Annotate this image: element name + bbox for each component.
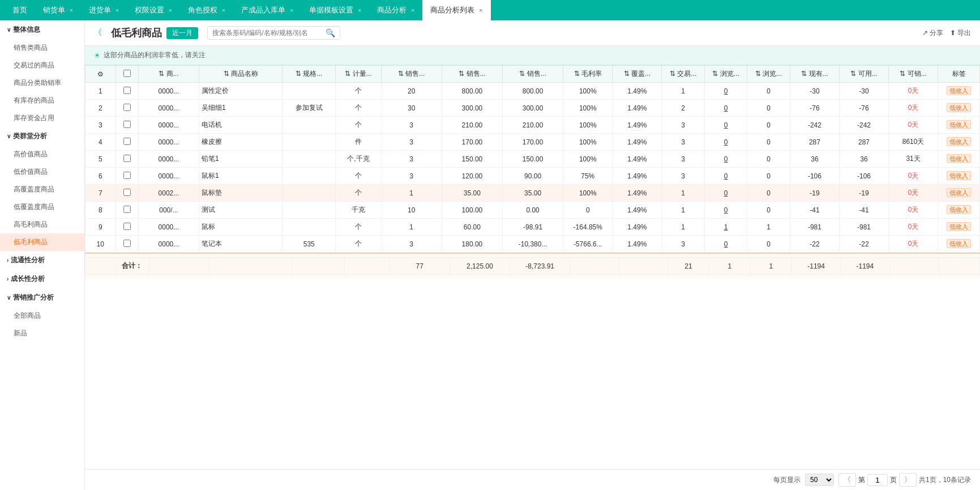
row-view1[interactable]: 0 (704, 202, 747, 219)
nav-sales[interactable]: 销货单 × (35, 0, 81, 20)
row-checkbox-cell[interactable] (115, 168, 138, 185)
nav-product-in[interactable]: 产成品入库单 × (233, 0, 301, 20)
row-checkbox[interactable] (123, 223, 131, 230)
row-checkbox[interactable] (123, 189, 131, 196)
row-view1[interactable]: 0 (704, 83, 747, 100)
search-input[interactable] (212, 29, 326, 37)
sidebar-item-all-goods[interactable]: 全部商品 (0, 307, 84, 325)
view1-link[interactable]: 1 (724, 223, 728, 231)
close-icon[interactable]: × (169, 7, 172, 14)
sidebar-item-low-value[interactable]: 低价值商品 (0, 163, 84, 181)
view1-link[interactable]: 0 (724, 189, 728, 197)
row-view1[interactable]: 0 (704, 117, 747, 134)
th-sale1[interactable]: ⇅ 销售... (381, 66, 442, 83)
sidebar-item-category-assist[interactable]: 商品分类助销率 (0, 74, 84, 92)
row-checkbox-cell[interactable] (115, 236, 138, 253)
view1-link[interactable]: 0 (724, 206, 728, 214)
row-view1[interactable]: 0 (704, 185, 747, 202)
nav-purchase[interactable]: 进货单 × (81, 0, 127, 20)
sidebar-item-stock-goods[interactable]: 有库存的商品 (0, 92, 84, 109)
sidebar-group-title-cluster[interactable]: ∨ 类群堂分析 (0, 127, 84, 146)
prev-page-button[interactable]: 〈 (838, 473, 856, 487)
th-sale3[interactable]: ⇅ 销售... (502, 66, 563, 83)
sidebar-group-title-liquidity[interactable]: › 流通性分析 (0, 251, 84, 270)
sidebar-group-title-marketing[interactable]: ∨ 营销推广分析 (0, 288, 84, 307)
row-view1[interactable]: 0 (704, 151, 747, 168)
row-checkbox-cell[interactable] (115, 219, 138, 236)
table-container[interactable]: ⚙ ⇅ 商... ⇅ 商品名称 ⇅ 规格... ⇅ 计量... ⇅ 销售... … (85, 65, 980, 469)
sidebar-item-new-goods[interactable]: 新品 (0, 325, 84, 342)
select-all-checkbox[interactable] (123, 70, 131, 77)
close-icon[interactable]: × (115, 7, 119, 14)
sidebar-item-high-coverage[interactable]: 高覆盖度商品 (0, 181, 84, 198)
row-checkbox[interactable] (123, 121, 131, 128)
th-txn[interactable]: ⇅ 交易... (662, 66, 705, 83)
sidebar-group-title-growth[interactable]: › 成长性分析 (0, 270, 84, 288)
th-sellable[interactable]: ⇅ 可销... (889, 66, 938, 83)
th-view2[interactable]: ⇅ 浏览... (747, 66, 790, 83)
row-checkbox-cell[interactable] (115, 185, 138, 202)
row-checkbox-cell[interactable] (115, 134, 138, 151)
view1-link[interactable]: 0 (724, 172, 728, 180)
close-icon[interactable]: × (290, 7, 293, 14)
th-current[interactable]: ⇅ 现有... (790, 66, 839, 83)
sidebar-item-sales-goods[interactable]: 销售类商品 (0, 39, 84, 57)
th-spec[interactable]: ⇅ 规格... (283, 66, 336, 83)
search-icon[interactable]: 🔍 (326, 28, 335, 37)
row-checkbox[interactable] (123, 104, 131, 111)
row-view1[interactable]: 0 (704, 100, 747, 117)
view1-link[interactable]: 0 (724, 87, 728, 95)
th-unit[interactable]: ⇅ 计量... (336, 66, 381, 83)
share-button[interactable]: ↗ 分享 (922, 28, 943, 38)
close-icon[interactable]: × (358, 7, 361, 14)
th-available[interactable]: ⇅ 可用... (839, 66, 888, 83)
view1-link[interactable]: 0 (724, 121, 728, 129)
close-icon[interactable]: × (222, 7, 225, 14)
th-check[interactable] (115, 66, 138, 83)
row-checkbox-cell[interactable] (115, 202, 138, 219)
sidebar-item-high-value[interactable]: 高价值商品 (0, 146, 84, 163)
row-checkbox-cell[interactable] (115, 151, 138, 168)
nav-permissions[interactable]: 权限设置 × (127, 0, 180, 20)
th-coverage[interactable]: ⇅ 覆盖... (613, 66, 662, 83)
per-page-select[interactable]: 50 100 200 (805, 474, 834, 486)
row-checkbox[interactable] (123, 155, 131, 162)
row-view1[interactable]: 0 (704, 168, 747, 185)
view1-link[interactable]: 0 (724, 138, 728, 146)
th-tag[interactable]: 标签 (938, 66, 980, 83)
row-checkbox[interactable] (123, 240, 131, 247)
sidebar-item-low-coverage[interactable]: 低覆盖度商品 (0, 198, 84, 216)
th-gross-rate[interactable]: ⇅ 毛利率 (563, 66, 613, 83)
nav-analysis[interactable]: 商品分析 × (369, 0, 422, 20)
close-icon[interactable]: × (411, 7, 414, 14)
th-settings[interactable]: ⚙ (85, 66, 116, 83)
row-view1[interactable]: 0 (704, 134, 747, 151)
row-checkbox-cell[interactable] (115, 83, 138, 100)
row-checkbox-cell[interactable] (115, 100, 138, 117)
nav-analysis-list[interactable]: 商品分析列表 × (422, 0, 490, 20)
close-icon[interactable]: × (479, 7, 482, 14)
th-name[interactable]: ⇅ 商品名称 (199, 66, 282, 83)
th-view1[interactable]: ⇅ 浏览... (704, 66, 747, 83)
view1-link[interactable]: 0 (724, 104, 728, 112)
next-page-button[interactable]: 〉 (899, 473, 917, 487)
row-view1[interactable]: 1 (704, 219, 747, 236)
sidebar-item-traded-goods[interactable]: 交易过的商品 (0, 57, 84, 74)
row-checkbox[interactable] (123, 138, 131, 145)
sidebar-item-high-margin[interactable]: 高毛利商品 (0, 216, 84, 233)
date-badge[interactable]: 近一月 (166, 27, 198, 39)
th-sale2[interactable]: ⇅ 销售... (442, 66, 502, 83)
row-view1[interactable]: 0 (704, 236, 747, 253)
view1-link[interactable]: 0 (724, 240, 728, 248)
nav-template[interactable]: 单据模板设置 × (301, 0, 369, 20)
row-checkbox[interactable] (123, 206, 131, 213)
close-icon[interactable]: × (70, 7, 73, 14)
nav-home[interactable]: 首页 (5, 0, 35, 20)
view1-link[interactable]: 0 (724, 155, 728, 163)
sidebar-item-low-margin[interactable]: 低毛利商品 (0, 233, 84, 251)
nav-roles[interactable]: 角色授权 × (180, 0, 233, 20)
export-button[interactable]: ⬆ 导出 (950, 28, 971, 38)
collapse-button[interactable]: 《 (94, 28, 102, 38)
th-code[interactable]: ⇅ 商... (138, 66, 199, 83)
sidebar-group-title-overall[interactable]: ∨ 整体信息 (0, 20, 84, 39)
